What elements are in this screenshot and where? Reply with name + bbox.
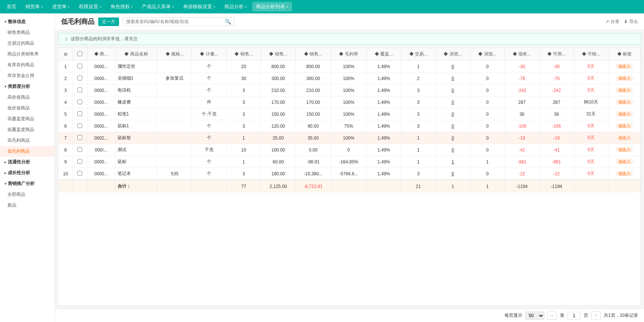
browse-link[interactable]: 1 [452, 159, 454, 165]
sales-qty: 3 [227, 96, 261, 108]
col-header-name[interactable]: ◆ 商品名称 [115, 48, 157, 61]
search-icon[interactable]: 🔍 [225, 19, 231, 25]
nav-item-销货单[interactable]: 销货单 × [22, 2, 47, 12]
col-header-browse2[interactable]: ◆ 浏览... [470, 48, 505, 61]
sidebar-item-有库存的商品[interactable]: 有库存的商品 [0, 60, 55, 70]
browse-link[interactable]: 0 [452, 147, 454, 153]
browse2: 0 [470, 120, 505, 132]
sidebar-item-高价值商品[interactable]: 高价值商品 [0, 92, 55, 103]
nav-item-商品分析[interactable]: 商品分析 × [221, 2, 251, 12]
product-unit: 千克 [192, 144, 227, 156]
sidebar-item-全部商品[interactable]: 全部商品 [0, 189, 55, 200]
browse-link[interactable]: 0 [452, 171, 454, 176]
nav-close-icon[interactable]: × [41, 5, 43, 9]
row-checkbox[interactable] [73, 144, 87, 156]
col-header-checkbox[interactable] [73, 48, 87, 61]
available-stock: -981 [539, 156, 574, 168]
sidebar-group-成长性分析[interactable]: ▸成长性分析 [0, 168, 55, 178]
search-input[interactable] [126, 19, 225, 24]
browse-link[interactable]: 0 [452, 112, 454, 117]
row-checkbox[interactable] [77, 87, 82, 92]
nav-close-icon[interactable]: × [172, 5, 174, 9]
col-header-unit[interactable]: ◆ 计量... [192, 48, 227, 61]
col-header-trade_count[interactable]: ◆ 交易... [401, 48, 436, 61]
nav-close-icon[interactable]: × [68, 5, 70, 9]
col-header-sales_qty[interactable]: ◆ 销售... [227, 48, 261, 61]
col-header-available_stock[interactable]: ◆ 可用... [539, 48, 574, 61]
nav-item-权限设置[interactable]: 权限设置 × [75, 2, 105, 12]
col-header-sales_price[interactable]: ◆ 销售... [261, 48, 295, 61]
row-checkbox[interactable] [73, 132, 87, 144]
row-checkbox[interactable] [77, 64, 82, 68]
browse1: 0 [436, 168, 470, 180]
sidebar-group-流通性分析[interactable]: ▸流通性分析 [0, 157, 55, 168]
sidebar-group-类群度分析[interactable]: ▾类群度分析 [0, 81, 55, 92]
sidebar-group-营销推广分析[interactable]: ▾营销推广分析 [0, 178, 55, 189]
col-header-sales_amount[interactable]: ◆ 销售... [295, 48, 331, 61]
sidebar-item-库存资金占用[interactable]: 库存资金占用 [0, 70, 55, 81]
col-header-saleable_days[interactable]: ◆ 可销... [574, 48, 608, 61]
col-header-coverage[interactable]: ◆ 覆盖... [366, 48, 401, 61]
nav-item-商品分析列表[interactable]: 商品分析列表 × [252, 2, 292, 12]
sidebar-item-低覆盖度商品[interactable]: 低覆盖度商品 [0, 124, 55, 135]
browse-link[interactable]: 0 [452, 64, 454, 69]
row-checkbox[interactable] [77, 147, 82, 152]
nav-item-首页[interactable]: 首页 [3, 2, 20, 12]
sidebar-group-整体信息[interactable]: ▾整体信息 [0, 16, 55, 27]
next-page-button[interactable]: ＞ [591, 311, 601, 320]
col-header-settings[interactable]: ⚙ [58, 48, 73, 61]
col-header-tag[interactable]: ◆ 标签 [608, 48, 641, 61]
col-header-code[interactable]: ◆ 商... [87, 48, 115, 61]
col-header-gross_margin[interactable]: ◆ 毛利率 [331, 48, 366, 61]
export-button[interactable]: ⬇ 导出 [624, 19, 638, 25]
data-table: ⚙◆ 商...◆ 商品名称◆ 规格...◆ 计量...◆ 销售...◆ 销售..… [58, 48, 641, 192]
nav-item-进货单[interactable]: 进货单 × [48, 2, 74, 12]
sidebar-item-高覆盖度商品[interactable]: 高覆盖度商品 [0, 114, 55, 124]
browse-link[interactable]: 0 [452, 136, 454, 141]
row-checkbox[interactable] [77, 123, 82, 128]
nav-close-icon[interactable]: × [213, 5, 215, 9]
col-header-browse1[interactable]: ◆ 浏览... [436, 48, 470, 61]
sidebar-item-销售类商品[interactable]: 销售类商品 [0, 27, 55, 38]
sidebar-item-新品[interactable]: 新品 [0, 200, 55, 211]
col-header-spec[interactable]: ◆ 规格... [157, 48, 192, 61]
sidebar-item-商品分类销售率[interactable]: 商品分类销售率 [0, 49, 55, 60]
row-checkbox[interactable] [77, 76, 82, 80]
per-page-select[interactable]: 2050100 [525, 312, 544, 320]
nav-close-icon[interactable]: × [245, 5, 247, 9]
col-header-current_stock[interactable]: ◆ 现有... [504, 48, 539, 61]
nav-item-产成品入库单[interactable]: 产成品入库单 × [138, 2, 178, 12]
browse-link[interactable]: 0 [452, 124, 454, 129]
nav-close-icon[interactable]: × [131, 5, 133, 9]
gross-margin: 100% [331, 108, 366, 120]
nav-close-icon[interactable]: × [99, 5, 102, 9]
browse-link[interactable]: 0 [452, 76, 454, 81]
row-checkbox[interactable] [73, 108, 87, 120]
time-filter-button[interactable]: 近一月 [98, 17, 119, 26]
nav-item-角色授权[interactable]: 角色授权 × [107, 2, 137, 12]
share-button[interactable]: ↗ 分享 [605, 19, 619, 25]
sidebar-item-低价值商品[interactable]: 低价值商品 [0, 103, 55, 114]
row-checkbox[interactable] [73, 85, 87, 96]
sidebar-item-高毛利商品[interactable]: 高毛利商品 [0, 135, 55, 146]
browse-link[interactable]: 0 [452, 88, 454, 93]
row-checkbox[interactable] [73, 168, 87, 180]
row-checkbox[interactable] [73, 73, 87, 85]
nav-close-icon[interactable]: × [286, 5, 288, 9]
sidebar-item-低毛利商品[interactable]: 低毛利商品 [0, 146, 55, 157]
row-checkbox[interactable] [73, 156, 87, 168]
page-number-input[interactable] [567, 312, 581, 319]
row-checkbox[interactable] [77, 111, 82, 116]
row-checkbox[interactable] [77, 159, 82, 164]
row-checkbox[interactable] [77, 99, 82, 104]
row-checkbox[interactable] [77, 171, 82, 176]
browse-link[interactable]: 0 [452, 100, 454, 105]
row-checkbox[interactable] [73, 61, 87, 73]
nav-item-单据模板设置[interactable]: 单据模板设置 × [179, 2, 219, 12]
row-checkbox[interactable] [73, 96, 87, 108]
prev-page-button[interactable]: ＜ [547, 311, 557, 320]
sidebar-item-交易过的商品[interactable]: 交易过的商品 [0, 38, 55, 49]
row-checkbox[interactable] [73, 120, 87, 132]
row-checkbox[interactable] [77, 135, 82, 140]
select-all-checkbox[interactable] [77, 51, 82, 56]
